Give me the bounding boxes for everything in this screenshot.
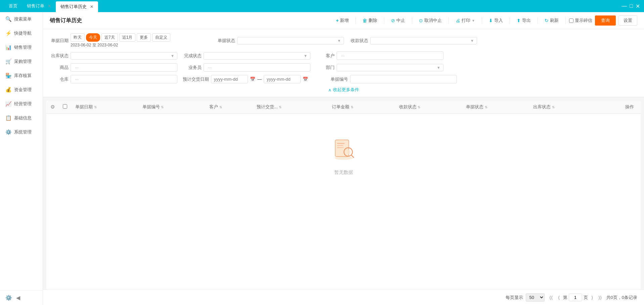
customer-dots-icon[interactable]: ··· [340,53,346,58]
maximize-icon[interactable]: □ [630,3,633,9]
filter-doc-number-label: 单据编号 [329,76,348,82]
print-button[interactable]: 🖨 打印 ▼ [452,16,478,25]
filter-date-label: 单据日期 [50,38,69,44]
customer-sort-icon[interactable]: ⇅ [219,105,222,109]
complete-status-arrow-icon: ▼ [304,54,307,58]
export-button[interactable]: ⬆ 导出 [513,16,534,25]
page-number-input[interactable] [569,294,582,301]
amount-sort-icon[interactable]: ⇅ [351,105,353,109]
filter-customer-label: 客户 [316,53,335,59]
delivery-date-to-input[interactable] [264,75,301,83]
first-page-button[interactable]: ⟨⟨ [547,294,555,301]
th-customer: 客户 ⇅ [205,101,252,114]
date-btn-more[interactable]: 更多 [137,33,151,42]
page-header: 销售订单历史 + 新增 🗑 删除 ⊘ 中止 ⊙ [43,12,644,29]
print-icon: 🖨 [456,18,460,23]
refresh-button[interactable]: ↻ 刷新 [541,16,562,25]
query-button[interactable]: 查询 [595,15,616,26]
tab-sales-order-history[interactable]: 销售订单历史 ✕ [56,1,98,12]
collapse-button[interactable]: ∧ 收起更多条件 [50,87,637,93]
filter-department-select[interactable]: ▼ [337,64,443,71]
delivery-date-range: 📅 — 📅 [211,75,324,83]
date-btn-custom[interactable]: 自定义 [152,33,170,42]
display-columns-checkbox[interactable] [569,18,573,23]
filter-doc-number-input[interactable] [350,75,457,83]
page-size-select[interactable]: 50 20 100 200 [526,293,545,302]
out-status-arrow-icon: ▼ [171,54,174,58]
delivery-sort-icon[interactable]: ⇅ [279,105,282,109]
date-sort-icon[interactable]: ⇅ [94,105,97,109]
warehouse-dots-icon[interactable]: ··· [74,77,80,82]
display-toggle: 显示碎信 [569,17,592,24]
salesperson-dots-icon[interactable]: ··· [207,65,213,70]
sidebar-item-basic[interactable]: 📋 基础信息 [0,111,43,125]
svg-rect-2 [337,143,344,144]
sidebar-collapse-icon[interactable]: ◀ [16,295,20,301]
filter-out-status-item: 出库状态 ▼ [50,52,177,60]
calendar-to-icon[interactable]: 📅 [303,77,308,82]
date-btn-today[interactable]: 今天 [86,33,100,42]
calendar-from-icon[interactable]: 📅 [250,77,255,82]
filter-salesperson-select[interactable]: ··· [204,63,310,72]
th-checkbox [59,101,71,114]
sidebar-item-purchase[interactable]: 🛒 采购管理 [0,54,43,69]
sidebar-item-inventory[interactable]: 🏪 库存核算 [0,69,43,83]
filter-delivery-date-item: 预计交货日期 📅 — 📅 [183,75,324,83]
search-menu-icon: 🔍 [5,16,11,22]
filter-complete-status-select[interactable]: ▼ [204,52,310,60]
stop-button[interactable]: ⊘ 中止 [388,16,409,25]
sidebar-item-sales[interactable]: 📊 销售管理 [0,40,43,54]
sidebar-item-quick-nav[interactable]: ⚡ 快捷导航 [0,26,43,40]
svg-line-6 [351,155,353,157]
next-page-button[interactable]: ⟩ [589,294,595,301]
filter-customer-select[interactable]: ··· [337,51,443,60]
last-page-button[interactable]: ⟩⟩ [596,294,604,301]
filter-doc-status-select[interactable]: ▼ [237,37,344,44]
number-sort-icon[interactable]: ⇅ [161,105,164,109]
department-arrow-icon: ▼ [437,66,440,70]
filter-salesperson-label: 业务员 [183,65,202,71]
sidebar-item-search[interactable]: 🔍 搜索菜单 [0,12,43,26]
new-button[interactable]: + 新增 [333,16,352,25]
cancel-stop-button[interactable]: ⊙ 取消中止 [416,16,445,25]
sidebar-item-finance[interactable]: 💰 资金管理 [0,83,43,97]
sidebar-item-operation[interactable]: 📈 经营管理 [0,97,43,111]
delete-button[interactable]: 🗑 删除 [359,16,381,25]
window-close-icon[interactable]: ✕ [636,3,640,9]
filter-out-status-select[interactable]: ▼ [71,52,177,60]
th-action: 操作 [596,101,641,114]
filter-warehouse-select[interactable]: ··· [71,75,177,83]
filter-payment-status-item: 收款状态 ▼ [349,37,477,44]
delivery-date-from-input[interactable] [211,75,248,83]
tab-home[interactable]: 首页 [4,3,22,9]
set-button[interactable]: 设置 [618,15,637,26]
svg-point-0 [335,156,353,160]
sidebar-settings-icon[interactable]: ⚙️ [5,295,12,301]
doc-status-sort-icon[interactable]: ⇅ [485,105,487,109]
date-btn-yesterday[interactable]: 昨天 [71,33,85,42]
tab-sales-order-history-close[interactable]: ✕ [90,4,93,9]
sidebar-item-system[interactable]: ⚙️ 系统管理 [0,125,43,139]
table-settings-icon[interactable]: ⚙ [50,104,55,110]
tab-sales-order-close[interactable]: ✕ [48,4,51,8]
th-doc-status: 单据状态 ⇅ [462,101,529,114]
table-area: ⚙ 单据日期 ⇅ 单据编号 ⇅ [46,101,641,290]
filter-salesperson-item: 业务员 ··· [183,63,310,72]
date-btn-1month[interactable]: 近1月 [119,33,136,42]
import-button[interactable]: ⬇ 导入 [485,16,506,25]
out-status-sort-icon[interactable]: ⇅ [552,105,555,109]
product-dots-icon[interactable]: ··· [74,65,80,70]
empty-illustration [329,134,359,164]
tab-sales-order[interactable]: 销售订单 ✕ [22,0,56,12]
filter-payment-status-select[interactable]: ▼ [370,37,477,44]
prev-page-button[interactable]: ⟨ [556,294,562,301]
doc-status-arrow-icon: ▼ [337,39,341,43]
minimize-icon[interactable]: — [621,3,627,9]
payment-status-arrow-icon: ▼ [470,39,474,43]
payment-status-sort-icon[interactable]: ⇅ [418,105,420,109]
select-all-checkbox[interactable] [63,104,67,109]
th-date: 单据日期 ⇅ [71,101,138,114]
date-btn-7days[interactable]: 近7天 [101,33,118,42]
filter-area: 单据日期 昨天 今天 近7天 近1月 更多 自定义 2023-06-02 至 2… [43,29,644,97]
filter-product-select[interactable]: ··· [71,63,177,72]
